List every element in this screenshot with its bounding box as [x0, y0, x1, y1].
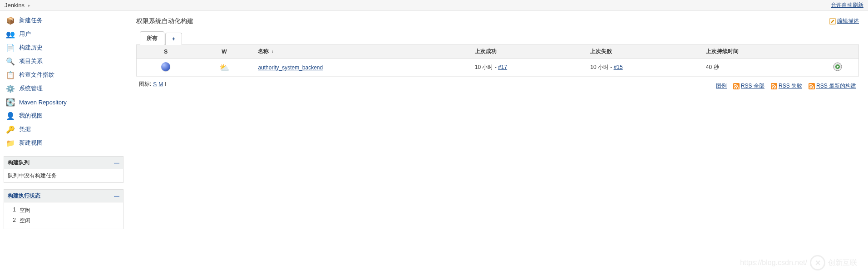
col-status[interactable]: S: [137, 45, 195, 59]
disk-icon: 💽: [5, 98, 15, 107]
menu-build-history[interactable]: 📄 构建历史: [4, 41, 123, 54]
weather-icon[interactable]: ⛅: [219, 63, 229, 72]
col-name[interactable]: 名称 ↓: [253, 45, 470, 59]
menu-manage[interactable]: ⚙️ 系统管理: [4, 82, 123, 95]
rss-icon: [809, 83, 815, 89]
col-last-success[interactable]: 上次成功: [470, 45, 586, 59]
rss-links: 图例 RSS 全部 RSS 失败 RSS 最新的构建: [716, 82, 856, 90]
icon-size-label: 图标:: [139, 80, 151, 88]
executor-number: 2: [10, 217, 16, 225]
menu-label: 新建任务: [19, 16, 43, 25]
menu-people[interactable]: 👥 用户: [4, 27, 123, 41]
search-icon: 🔍: [5, 57, 15, 66]
menu-new-job[interactable]: 📦 新建任务: [4, 14, 123, 27]
main-content: 编辑描述 权限系统自动化构建 所有 + S W 名称 ↓ 上次成功 上次失败 上…: [127, 11, 868, 232]
col-weather[interactable]: W: [195, 45, 253, 59]
pencil-icon: [829, 18, 836, 25]
auto-refresh-link[interactable]: 允许自动刷新: [831, 1, 863, 9]
rss-all-link[interactable]: RSS 全部: [741, 82, 764, 90]
document-icon: 📄: [5, 43, 15, 52]
job-name-link[interactable]: authority_system_backend: [258, 64, 323, 71]
legend-link[interactable]: 图例: [716, 82, 727, 90]
svg-point-8: [809, 87, 811, 88]
menu-new-view[interactable]: 📁 新建视图: [4, 136, 123, 150]
svg-point-4: [734, 87, 735, 88]
build-link[interactable]: #17: [498, 64, 507, 70]
collapse-icon[interactable]: —: [114, 193, 119, 199]
rss-failed-link[interactable]: RSS 失败: [779, 82, 802, 90]
col-last-duration[interactable]: 上次持续时间: [701, 45, 817, 59]
menu-project-relationship[interactable]: 🔍 项目关系: [4, 54, 123, 68]
page-title: 权限系统自动化构建: [136, 15, 859, 29]
menu-label: 新建视图: [19, 139, 43, 147]
icon-size-l[interactable]: L: [165, 81, 168, 88]
edit-description-link[interactable]: 编辑描述: [829, 17, 859, 25]
icon-size-m[interactable]: M: [158, 81, 163, 88]
menu-credentials[interactable]: 🔑 凭据: [4, 123, 123, 136]
build-queue-title: 构建队列: [8, 159, 30, 167]
menu-my-views[interactable]: 👤 我的视图: [4, 109, 123, 123]
collapse-icon[interactable]: —: [114, 160, 119, 166]
breadcrumb-root[interactable]: Jenkins: [5, 2, 25, 9]
status-ball-icon[interactable]: [161, 62, 170, 71]
menu-maven-repo[interactable]: 💽 Maven Repository: [4, 95, 123, 109]
executors-title[interactable]: 构建执行状态: [8, 192, 40, 200]
executor-row: 1 空闲: [8, 205, 119, 216]
executor-number: 1: [10, 206, 16, 214]
duration-cell: 40 秒: [701, 59, 817, 77]
executors-widget: 构建执行状态 — 1 空闲 2 空闲: [4, 189, 123, 229]
tab-bar: 所有 +: [140, 31, 859, 44]
icon-size-selector: 图标: S M L: [139, 80, 168, 88]
executor-row: 2 空闲: [8, 216, 119, 226]
menu-label: 用户: [19, 30, 31, 38]
build-queue-widget: 构建队列 — 队列中没有构建任务: [4, 156, 123, 183]
menu-label: Maven Repository: [19, 99, 67, 106]
menu-label: 我的视图: [19, 112, 43, 120]
executor-status: 空闲: [20, 206, 30, 214]
folder-icon: 📁: [5, 138, 15, 147]
breadcrumb-bar: Jenkins ▸ 允许自动刷新: [0, 0, 868, 11]
table-row: ⛅ authority_system_backend 10 小时 - #17 1…: [137, 59, 859, 77]
people-icon: 👥: [5, 29, 15, 39]
rss-icon: [733, 83, 740, 89]
col-last-failure[interactable]: 上次失败: [586, 45, 701, 59]
rss-icon: [771, 83, 777, 89]
menu-fingerprint[interactable]: 📋 检查文件指纹: [4, 68, 123, 82]
menu-label: 项目关系: [19, 57, 43, 65]
box-icon: 📦: [5, 16, 15, 25]
menu-label: 构建历史: [19, 44, 43, 52]
sidebar: 📦 新建任务 👥 用户 📄 构建历史 🔍 项目关系 📋 检查文件指纹 ⚙️ 系统…: [0, 11, 127, 232]
gear-icon: ⚙️: [5, 84, 15, 93]
menu-label: 凭据: [19, 125, 31, 133]
svg-point-6: [772, 87, 773, 88]
sort-down-icon: ↓: [271, 49, 274, 54]
chevron-right-icon: ▸: [28, 3, 30, 8]
executor-status: 空闲: [20, 217, 30, 225]
build-now-icon[interactable]: [833, 62, 842, 71]
last-failure-cell: 10 小时 - #15: [586, 59, 701, 77]
tab-all[interactable]: 所有: [140, 31, 164, 45]
rss-latest-link[interactable]: RSS 最新的构建: [816, 82, 856, 90]
build-queue-body: 队列中没有构建任务: [4, 169, 123, 182]
tab-add[interactable]: +: [165, 33, 182, 45]
icon-size-s[interactable]: S: [153, 81, 157, 88]
user-icon: 👤: [5, 111, 15, 120]
job-table: S W 名称 ↓ 上次成功 上次失败 上次持续时间 ⛅ authority_sy…: [136, 44, 859, 77]
last-success-cell: 10 小时 - #17: [470, 59, 586, 77]
key-icon: 🔑: [5, 125, 15, 134]
build-link[interactable]: #15: [614, 64, 623, 70]
menu-label: 系统管理: [19, 84, 43, 93]
clipboard-icon: 📋: [5, 70, 15, 79]
menu-label: 检查文件指纹: [19, 71, 54, 79]
